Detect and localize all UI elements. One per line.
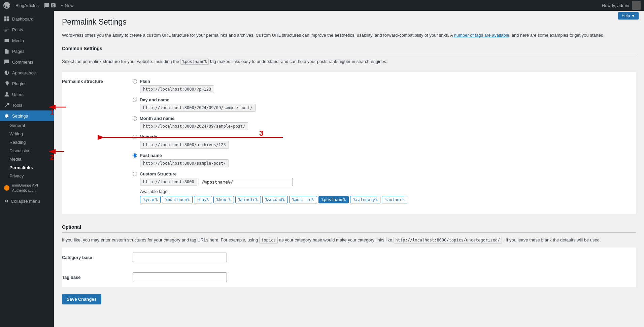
sidebar-plugin-miniorange[interactable]: miniOrange API Authentication xyxy=(0,180,54,196)
day-name-radio[interactable] xyxy=(133,98,137,102)
dashboard-icon xyxy=(4,16,9,22)
sidebar-item-settings[interactable]: Settings xyxy=(0,110,54,121)
sidebar-item-comments[interactable]: Comments xyxy=(0,57,54,67)
tag-category[interactable]: %category% xyxy=(350,196,380,203)
category-base-input[interactable] xyxy=(133,253,227,262)
help-area: Help ▼ xyxy=(618,12,639,20)
page-title: Permalink Settings xyxy=(62,18,636,27)
miniorange-icon xyxy=(4,185,9,191)
submenu-media[interactable]: Media xyxy=(0,155,54,163)
submenu-reading[interactable]: Reading xyxy=(0,138,54,146)
custom-prefix: http://localhost:8000 xyxy=(140,178,197,186)
comments-link[interactable]: 0 xyxy=(44,3,56,8)
appearance-icon xyxy=(4,70,9,75)
month-name-option: Month and name http://localhost:8000/202… xyxy=(133,116,633,130)
custom-option: Custom Structure http://localhost:8000 A… xyxy=(133,171,633,203)
day-name-option: Day and name http://localhost:8000/2024/… xyxy=(133,97,633,112)
sidebar-item-tools[interactable]: Tools xyxy=(0,100,54,110)
posts-icon xyxy=(4,27,9,32)
help-button[interactable]: Help ▼ xyxy=(618,12,639,20)
wp-logo[interactable] xyxy=(3,2,10,9)
sidebar-item-label: Comments xyxy=(12,60,33,65)
tag-postname[interactable]: %postname% xyxy=(318,196,349,203)
common-settings-title: Common Settings xyxy=(62,46,636,54)
submenu-discussion[interactable]: Discussion xyxy=(0,146,54,155)
tag-base-row: Tag base xyxy=(62,267,636,287)
submenu-writing[interactable]: Writing xyxy=(0,130,54,138)
day-name-url: http://localhost:8000/2024/09/09/sample-… xyxy=(140,104,256,112)
optional-description: If you like, you may enter custom struct… xyxy=(62,237,636,244)
settings-submenu: General Writing Reading Discussion Media… xyxy=(0,121,54,180)
sidebar-menu: Dashboard Posts Media Pages Comments App xyxy=(0,11,54,121)
sidebar: Dashboard Posts Media Pages Comments App xyxy=(0,11,54,327)
sidebar-item-label: Plugins xyxy=(12,81,27,86)
svg-rect-0 xyxy=(4,17,6,19)
topbar: BlogArticles 0 + New Howdy, admin xyxy=(0,0,644,11)
tag-monthnum[interactable]: %monthnum% xyxy=(162,196,192,203)
sidebar-item-posts[interactable]: Posts xyxy=(0,24,54,35)
tag-hour[interactable]: %hour% xyxy=(213,196,234,203)
optional-title: Optional xyxy=(62,224,636,233)
admin-avatar[interactable] xyxy=(632,1,641,10)
collapse-icon xyxy=(4,199,9,203)
topbar-right: Howdy, admin xyxy=(602,1,641,10)
permalink-options: Plain http://localhost:8000/?p=123 Day a… xyxy=(129,72,636,214)
collapse-label: Collapse menu xyxy=(11,199,40,204)
sidebar-item-pages[interactable]: Pages xyxy=(0,46,54,57)
svg-rect-1 xyxy=(7,17,9,19)
svg-point-5 xyxy=(5,40,6,41)
plain-radio[interactable] xyxy=(133,79,137,84)
sidebar-item-label: Pages xyxy=(12,49,25,54)
sidebar-item-appearance[interactable]: Appearance xyxy=(0,67,54,78)
plugin-label: miniOrange API Authentication xyxy=(12,183,50,193)
tag-base-input[interactable] xyxy=(133,272,227,282)
comments-sidebar-icon xyxy=(4,59,9,65)
numeric-radio[interactable] xyxy=(133,135,137,139)
tag-year[interactable]: %year% xyxy=(140,196,161,203)
svg-rect-2 xyxy=(4,19,6,21)
collapse-menu-button[interactable]: Collapse menu xyxy=(0,196,54,206)
month-name-radio[interactable] xyxy=(133,116,137,121)
submenu-general[interactable]: General xyxy=(0,121,54,130)
users-icon xyxy=(4,92,9,97)
post-name-radio[interactable] xyxy=(133,153,137,158)
site-name[interactable]: BlogArticles xyxy=(15,3,39,8)
media-icon xyxy=(4,38,9,43)
svg-rect-3 xyxy=(7,19,9,21)
optional-section: Optional If you like, you may enter cust… xyxy=(62,224,636,305)
intro-description: WordPress offers you the ability to crea… xyxy=(62,32,636,39)
sidebar-item-plugins[interactable]: Plugins xyxy=(0,78,54,89)
tag-second[interactable]: %second% xyxy=(262,196,288,203)
category-base-label: Category base xyxy=(62,248,129,267)
submenu-privacy[interactable]: Privacy xyxy=(0,172,54,180)
tag-post-id[interactable]: %post_id% xyxy=(289,196,317,203)
common-settings-description: Select the permalink structure for your … xyxy=(62,58,636,65)
tag-day[interactable]: %day% xyxy=(194,196,212,203)
sidebar-item-label: Dashboard xyxy=(12,17,34,22)
sidebar-item-label: Appearance xyxy=(12,70,36,75)
permalink-form-table: Permalink structure Plain http://localho… xyxy=(62,72,636,214)
custom-structure-row: http://localhost:8000 xyxy=(140,178,633,186)
pages-icon xyxy=(4,48,9,54)
custom-radio[interactable] xyxy=(133,172,137,176)
sidebar-item-media[interactable]: Media xyxy=(0,35,54,46)
topics-code: topics xyxy=(259,237,278,243)
postname-tag: %postname% xyxy=(180,59,209,65)
plugins-icon xyxy=(4,81,9,86)
save-changes-button[interactable]: Save Changes xyxy=(62,294,101,304)
tag-minute[interactable]: %minute% xyxy=(235,196,261,203)
howdy-text: Howdy, admin xyxy=(602,3,629,8)
available-tags-label: Available tags: xyxy=(140,189,633,194)
custom-structure-input[interactable] xyxy=(199,178,293,186)
sidebar-item-dashboard[interactable]: Dashboard xyxy=(0,13,54,24)
new-content-button[interactable]: + New xyxy=(61,3,74,8)
numeric-url: http://localhost:8000/archives/123 xyxy=(140,141,229,149)
permalink-structure-row: Permalink structure Plain http://localho… xyxy=(62,72,636,214)
main-content: Help ▼ Permalink Settings WordPress offe… xyxy=(54,11,644,327)
submenu-permalinks[interactable]: Permalinks xyxy=(0,163,54,172)
tags-available-link[interactable]: number of tags are available xyxy=(454,33,509,38)
sidebar-item-users[interactable]: Users xyxy=(0,89,54,100)
sidebar-item-label: Posts xyxy=(12,27,23,32)
svg-point-6 xyxy=(6,92,8,94)
tag-author[interactable]: %author% xyxy=(382,196,407,203)
